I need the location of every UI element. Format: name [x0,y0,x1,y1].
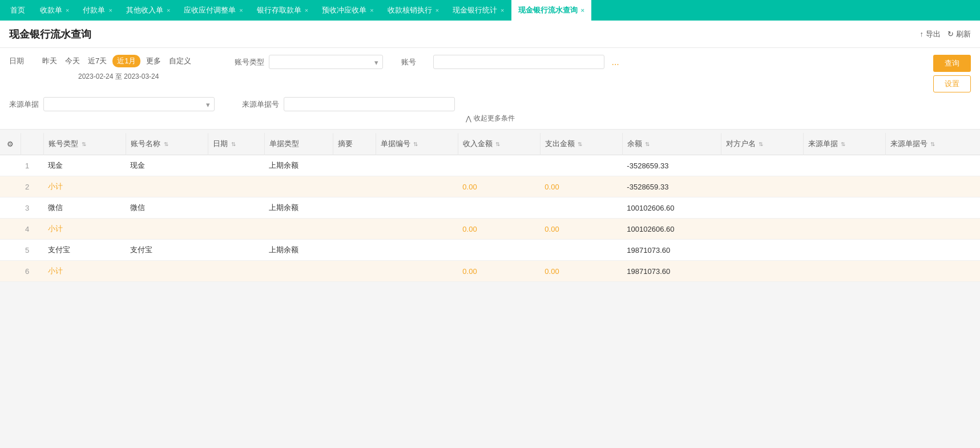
close-icon[interactable]: × [167,7,170,14]
table-row: 4小计0.000.00100102606.60 [0,219,980,240]
table-cell: 上期余额 [264,240,333,261]
table-cell [540,155,622,176]
table-cell [885,240,980,261]
filter-area: 日期 昨天 今天 近7天 近1月 更多 自定义 2023-02-24 至 202… [0,48,980,130]
source-doc-select[interactable] [43,97,215,111]
nav-item-fukuandan[interactable]: 付款单 × [76,0,119,21]
account-type-select[interactable] [269,55,383,69]
refresh-button[interactable]: ↻ 刷新 [947,29,971,39]
date-option-today[interactable]: 今天 [63,55,82,67]
table-cell [376,261,458,282]
table-cell [0,176,21,197]
settings-button[interactable]: 设置 [933,75,971,92]
nav-item-yinhangcunqu[interactable]: 银行存取款单 × [250,0,315,21]
table-cell [264,261,333,282]
nav-item-shoukuandan[interactable]: 收款单 × [33,0,76,21]
nav-item-qitashouru[interactable]: 其他收入单 × [119,0,177,21]
close-icon[interactable]: × [581,7,584,14]
table-cell: 1 [21,155,43,176]
table-row: 2小计0.000.00-3528659.33 [0,176,980,197]
export-button[interactable]: ↑ 导出 [920,29,941,39]
filter-section-top: 日期 昨天 今天 近7天 近1月 更多 自定义 2023-02-24 至 202… [9,55,971,92]
nav-item-yushou[interactable]: 预收冲应收单 × [315,0,380,21]
table-cell [458,240,540,261]
col-gear[interactable]: ⚙ [0,133,21,155]
table-cell [803,219,885,240]
table-cell [458,197,540,219]
date-option-custom[interactable]: 自定义 [167,55,193,67]
table-cell [803,155,885,176]
col-expense[interactable]: 支出金额 ⇅ [540,133,622,155]
table-cell [803,261,885,282]
table-cell: 0.00 [540,219,622,240]
date-option-yesterday[interactable]: 昨天 [40,55,59,67]
table-row: 3微信微信上期余额100102606.60 [0,197,980,219]
table-cell [721,176,803,197]
table-cell: 0.00 [458,261,540,282]
table-cell: 上期余额 [264,197,333,219]
col-account-name[interactable]: 账号名称 ⇅ [126,133,208,155]
table-cell: -3528659.33 [622,155,721,176]
sort-icon: ⇅ [164,141,168,147]
table-cell [126,261,208,282]
col-date[interactable]: 日期 ⇅ [208,133,264,155]
query-button[interactable]: 查询 [933,55,971,72]
date-range-value: 2023-02-24 至 2023-03-24 [78,72,159,80]
table-cell: 5 [21,240,43,261]
close-icon[interactable]: × [239,7,243,14]
nav-item-shoukuanhexiao[interactable]: 收款核销执行 × [381,0,446,21]
date-option-1month[interactable]: 近1月 [112,55,140,67]
col-source-doc[interactable]: 来源单据 ⇅ [803,133,885,155]
nav-item-xianjinyinhang[interactable]: 现金银行统计 × [446,0,511,21]
close-icon[interactable]: × [108,7,112,14]
sort-icon: ⇅ [759,141,763,147]
date-option-7days[interactable]: 近7天 [86,55,109,67]
table-cell [208,261,264,282]
table-cell [0,219,21,240]
table-cell: 现金 [126,155,208,176]
sort-icon: ⇅ [413,141,418,147]
close-icon[interactable]: × [66,7,69,14]
table-cell: 小计 [43,261,126,282]
table-cell [540,197,622,219]
table-cell [208,240,264,261]
close-icon[interactable]: × [501,7,504,14]
account-input[interactable] [433,55,604,69]
date-label: 日期 [9,56,37,66]
filter-section-bottom: 来源单据 来源单据号 [9,97,971,111]
nav-home[interactable]: 首页 [2,0,33,21]
table-cell [264,219,333,240]
top-navigation: 首页 收款单 × 付款单 × 其他收入单 × 应收应付调整单 × 银行存取款单 … [0,0,980,21]
col-index [21,133,43,155]
table-cell [333,155,376,176]
date-filter-group: 日期 昨天 今天 近7天 近1月 更多 自定义 2023-02-24 至 202… [9,55,193,82]
dots-button[interactable]: ... [609,57,621,67]
date-option-more[interactable]: 更多 [144,55,163,67]
collapse-button[interactable]: ⋀ 收起更多条件 [466,114,515,123]
table-cell [333,176,376,197]
table-cell [721,240,803,261]
col-source-doc-no[interactable]: 来源单据号 ⇅ [885,133,980,155]
table-cell [376,197,458,219]
sort-icon: ⇅ [578,141,582,147]
table-cell: 微信 [126,197,208,219]
nav-item-yingshouyingfu[interactable]: 应收应付调整单 × [177,0,249,21]
table-cell [721,261,803,282]
nav-item-liushui[interactable]: 现金银行流水查询 × [511,0,591,21]
source-doc-no-input[interactable] [284,97,455,111]
col-account-type[interactable]: 账号类型 ⇅ [43,133,126,155]
col-balance[interactable]: 余额 ⇅ [622,133,721,155]
table-cell [0,261,21,282]
table-area: ⚙ 账号类型 ⇅ 账号名称 ⇅ 日期 ⇅ 单据类型 摘要 [0,133,980,282]
close-icon[interactable]: × [370,7,373,14]
table-cell: 0.00 [458,219,540,240]
close-icon[interactable]: × [435,7,439,14]
table-cell: 0.00 [540,261,622,282]
table-cell: 19871073.60 [622,240,721,261]
col-income[interactable]: 收入金额 ⇅ [458,133,540,155]
table-cell [540,240,622,261]
close-icon[interactable]: × [305,7,308,14]
col-counter-name[interactable]: 对方户名 ⇅ [721,133,803,155]
collapse-row: ⋀ 收起更多条件 [9,111,971,124]
col-doc-no[interactable]: 单据编号 ⇅ [376,133,458,155]
